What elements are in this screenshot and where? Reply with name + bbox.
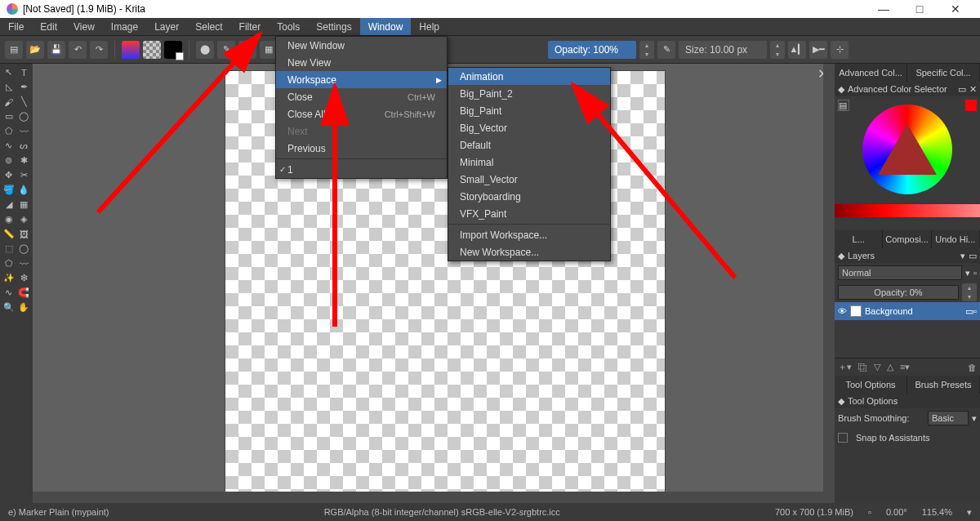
poly-select-tool[interactable]: ⬠ [2,256,16,270]
wrap-button[interactable]: ⊹ [831,41,849,59]
save-button[interactable]: 💾 [47,41,65,59]
menu-file[interactable]: File [0,18,32,35]
color-strip[interactable] [835,204,980,217]
measure-tool[interactable]: 📏 [2,227,16,241]
menu-edit[interactable]: Edit [32,18,65,35]
menu-item-previous[interactable]: Previous [276,140,447,157]
mirror-h-button[interactable]: ▲▎ [788,41,806,59]
similar-select-tool[interactable]: ❇ [17,271,32,285]
transform-tool[interactable]: ↖ [2,65,16,79]
workspace-item-big_vector[interactable]: Big_Vector [448,119,610,136]
vertical-scrollbar[interactable] [823,64,835,492]
zoom-dropdown-icon[interactable]: ▾ [967,507,972,518]
menu-window[interactable]: Window [360,18,412,35]
pattern-button[interactable] [143,41,161,59]
menu-view[interactable]: View [65,18,103,35]
opacity-pressure-icon[interactable]: ✎ [657,41,675,59]
workspace-item-big_paint[interactable]: Big_Paint [448,102,610,119]
rect-select-tool[interactable]: ⬚ [2,242,16,256]
tab-advanced-color[interactable]: Advanced Col... [835,64,907,82]
menu-item-new-view[interactable]: New View [276,54,447,71]
maximize-button[interactable]: □ [902,0,938,18]
minimize-button[interactable]: — [866,0,902,18]
duplicate-layer-button[interactable]: ⿻ [858,363,867,372]
float-panel-icon[interactable]: ▭ [969,251,977,261]
menu-image[interactable]: Image [103,18,146,35]
color-wheel[interactable]: ▤ [835,96,980,203]
workspace-item-new-workspace-[interactable]: New Workspace... [448,243,610,260]
add-layer-button[interactable]: ＋▾ [838,361,852,373]
workspace-item-animation[interactable]: Animation [448,68,610,85]
rectangle-tool[interactable]: ▭ [2,109,16,123]
blend-filter-icon[interactable]: ▫ [973,268,977,278]
tab-compositions[interactable]: Composi... [883,230,931,248]
line-tool[interactable]: ╲ [17,95,32,109]
opacity-slider[interactable]: Opacity: 100% [548,41,636,59]
move-tool[interactable]: ✥ [2,168,16,182]
menu-item-close[interactable]: CloseCtrl+W [276,88,447,105]
menu-item-new-window[interactable]: New Window [276,37,447,54]
menu-item-workspace[interactable]: Workspace▶ [276,71,447,88]
bezier-select-tool[interactable]: ∿ [2,286,16,300]
color-history-icon[interactable]: ▤ [838,100,849,111]
close-button[interactable]: ✕ [938,0,973,18]
crop-tool[interactable]: ✂ [17,168,32,182]
gradient-button[interactable] [122,41,140,59]
layer-row-background[interactable]: 👁 Background ▭▫ [835,302,980,320]
bezier-tool[interactable]: ∿ [2,139,16,153]
dynamic-brush-tool[interactable]: ⊚ [2,154,16,167]
layer-properties-button[interactable]: ≡▾ [900,362,910,372]
color-picker-tool[interactable]: 💧 [17,183,32,197]
gradient-tool[interactable]: ◢ [2,198,16,212]
tab-tool-options[interactable]: Tool Options [835,376,907,394]
reference-tool[interactable]: 🖼 [17,227,32,241]
workspace-item-storyboarding[interactable]: Storyboarding [448,188,610,205]
edit-shapes-tool[interactable]: ◺ [2,80,16,94]
redo-button[interactable]: ↷ [90,41,108,59]
tab-brush-presets[interactable]: Brush Presets [907,376,980,394]
pan-tool[interactable]: ✋ [17,301,32,314]
multibrush-tool[interactable]: ✱ [17,154,32,167]
contiguous-select-tool[interactable]: ✨ [2,271,16,285]
workspace-item-vfx_paint[interactable]: VFX_Paint [448,205,610,222]
panel-menu-icon[interactable]: ▾ [960,251,965,261]
fill-tool[interactable]: 🪣 [2,183,16,197]
workspace-item-import-workspace-[interactable]: Import Workspace... [448,226,610,243]
magnetic-select-tool[interactable]: 🧲 [17,286,32,300]
delete-layer-button[interactable]: 🗑 [968,363,977,372]
tab-specific-color[interactable]: Specific Col... [907,64,980,82]
smoothing-dropdown-icon[interactable]: ▾ [972,413,977,424]
freehand-path-tool[interactable]: ᔕ [17,139,32,153]
polyline-tool[interactable]: 〰 [17,124,32,138]
horizontal-scrollbar[interactable] [33,492,835,503]
open-file-button[interactable]: 📂 [26,41,44,59]
menu-item-close-all[interactable]: Close AllCtrl+Shift+W [276,105,447,122]
move-down-button[interactable]: ▽ [874,362,880,372]
calligraphy-tool[interactable]: ✒ [17,80,32,94]
workspace-item-default[interactable]: Default [448,136,610,154]
menu-help[interactable]: Help [411,18,448,35]
menu-filter[interactable]: Filter [231,18,270,35]
brush-smoothing-value[interactable]: Basic [928,411,969,425]
float-icon[interactable]: ▭ [958,84,966,95]
polygon-tool[interactable]: ⬠ [2,124,16,138]
tab-layers-short[interactable]: L... [835,230,883,248]
layer-opacity[interactable]: Opacity: 0% [838,285,959,300]
brush-editor-button[interactable]: ✎ [217,41,235,59]
blend-dropdown-icon[interactable]: ▾ [965,268,970,278]
pattern-tool[interactable]: ▦ [17,198,32,212]
close-panel-icon[interactable]: ✕ [969,84,977,95]
fgbg-color-button[interactable] [164,41,182,59]
tab-undo-history[interactable]: Undo Hi... [932,230,980,248]
undo-button[interactable]: ↶ [69,41,87,59]
assistant-tool[interactable]: ◈ [17,212,32,226]
layer-opacity-spinner[interactable]: ▲▼ [962,283,977,301]
layer-props-icon[interactable]: ▭▫ [965,306,977,317]
new-file-button[interactable]: ▤ [5,41,23,59]
size-spinner[interactable]: ▲▼ [770,41,785,59]
size-slider[interactable]: Size: 10.00 px [679,41,767,59]
opacity-spinner[interactable]: ▲▼ [639,41,654,59]
brush-tool[interactable]: 🖌 [2,95,16,109]
ellipse-select-tool[interactable]: ◯ [17,242,32,256]
workspace-item-minimal[interactable]: Minimal [448,154,610,171]
